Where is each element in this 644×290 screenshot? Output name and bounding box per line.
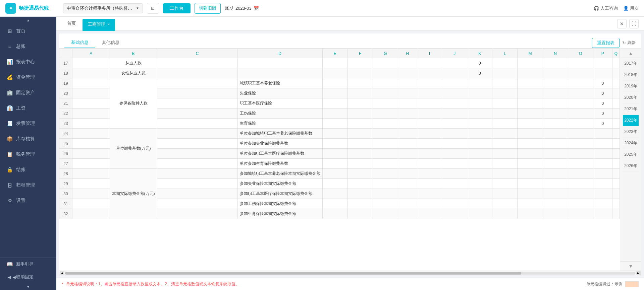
- cell-e[interactable]: [322, 78, 347, 88]
- cell-e[interactable]: [322, 108, 347, 119]
- cell-l[interactable]: [492, 129, 518, 139]
- cell-o[interactable]: [568, 149, 593, 159]
- cell-g[interactable]: [373, 139, 398, 149]
- cell-a[interactable]: [72, 189, 110, 199]
- cell-b[interactable]: 参保各险种人数: [110, 78, 157, 129]
- cell-p[interactable]: 0: [593, 119, 612, 129]
- cell-k[interactable]: [467, 179, 492, 189]
- tab-business[interactable]: 工商管理 ×: [83, 19, 115, 31]
- cell-e[interactable]: [322, 149, 347, 159]
- cell-g[interactable]: [373, 68, 398, 78]
- cell-m[interactable]: [518, 149, 543, 159]
- cell-m[interactable]: [518, 159, 543, 169]
- cell-n[interactable]: [543, 199, 568, 209]
- sidebar-item-unpin[interactable]: ◄◄ 取消固定: [0, 271, 56, 283]
- cell-a[interactable]: [72, 68, 110, 78]
- cell-f[interactable]: [347, 119, 373, 129]
- cell-g[interactable]: [373, 159, 398, 169]
- cell-i[interactable]: [417, 88, 442, 98]
- cell-g[interactable]: [373, 199, 398, 209]
- cell-a[interactable]: [72, 78, 110, 88]
- cell-o[interactable]: [568, 179, 593, 189]
- cell-f[interactable]: [347, 199, 373, 209]
- cell-d[interactable]: 单位参加失业保险缴费基数: [237, 139, 322, 149]
- sidebar-item-inventory[interactable]: 📦 库存核算: [0, 131, 56, 147]
- cell-d[interactable]: [237, 68, 322, 78]
- cell-e[interactable]: [322, 209, 347, 219]
- cell-e[interactable]: [322, 58, 347, 68]
- cell-m[interactable]: [518, 98, 543, 108]
- cell-f[interactable]: [347, 139, 373, 149]
- cell-a[interactable]: [72, 179, 110, 189]
- cell-k[interactable]: [467, 199, 492, 209]
- cell-m[interactable]: [518, 68, 543, 78]
- cell-c[interactable]: [157, 159, 237, 169]
- cell-k[interactable]: [467, 209, 492, 219]
- cell-i[interactable]: [417, 78, 442, 88]
- cell-f[interactable]: [347, 179, 373, 189]
- cell-m[interactable]: [518, 139, 543, 149]
- cell-m[interactable]: [518, 169, 543, 179]
- cell-p[interactable]: [593, 58, 612, 68]
- cell-m[interactable]: [518, 78, 543, 88]
- cell-o[interactable]: [568, 58, 593, 68]
- cell-e[interactable]: [322, 119, 347, 129]
- cell-f[interactable]: [347, 88, 373, 98]
- cell-p[interactable]: [593, 179, 612, 189]
- cell-m[interactable]: [518, 189, 543, 199]
- sidebar-item-tax[interactable]: 📋 税务管理: [0, 147, 56, 162]
- tab-close-button[interactable]: ✕: [617, 19, 627, 28]
- cell-a[interactable]: [72, 169, 110, 179]
- cell-i[interactable]: [417, 98, 442, 108]
- cell-q[interactable]: [612, 78, 620, 88]
- cell-c[interactable]: [157, 68, 237, 78]
- scroll-left-button[interactable]: ◄: [60, 271, 64, 276]
- cell-a[interactable]: [72, 199, 110, 209]
- cell-l[interactable]: [492, 98, 518, 108]
- cell-i[interactable]: [417, 139, 442, 149]
- cell-k[interactable]: [467, 169, 492, 179]
- cell-h[interactable]: [398, 209, 417, 219]
- cell-m[interactable]: [518, 179, 543, 189]
- cell-d[interactable]: 单位参加城镇职工基本养老保险缴费基数: [237, 129, 322, 139]
- cell-p[interactable]: [593, 159, 612, 169]
- cell-k[interactable]: 0: [467, 68, 492, 78]
- tab-home[interactable]: 首页: [62, 17, 81, 31]
- cell-j[interactable]: [442, 179, 467, 189]
- cell-i[interactable]: [417, 189, 442, 199]
- cell-f[interactable]: [347, 189, 373, 199]
- cell-b[interactable]: 本期实际缴费金额(万元): [110, 169, 157, 219]
- cell-c[interactable]: [157, 189, 237, 199]
- cell-a[interactable]: [72, 119, 110, 129]
- cell-h[interactable]: [398, 58, 417, 68]
- cell-o[interactable]: [568, 108, 593, 119]
- cell-d[interactable]: 城镇职工基本养老保险: [237, 78, 322, 88]
- cell-h[interactable]: [398, 98, 417, 108]
- cell-q[interactable]: [612, 209, 620, 219]
- cell-c[interactable]: [157, 78, 237, 88]
- cell-j[interactable]: [442, 88, 467, 98]
- cell-h[interactable]: [398, 129, 417, 139]
- cell-k[interactable]: [467, 189, 492, 199]
- year-scroll-up-button[interactable]: ▲: [620, 49, 641, 58]
- cell-h[interactable]: [398, 108, 417, 119]
- cell-a[interactable]: [72, 139, 110, 149]
- sidebar-item-home[interactable]: ⊞ 首页: [0, 23, 56, 39]
- cell-i[interactable]: [417, 149, 442, 159]
- cell-l[interactable]: [492, 209, 518, 219]
- cell-l[interactable]: [492, 169, 518, 179]
- sidebar-item-archive[interactable]: 🗄 归档管理: [0, 177, 56, 193]
- cell-h[interactable]: [398, 78, 417, 88]
- cell-l[interactable]: [492, 58, 518, 68]
- cell-l[interactable]: [492, 189, 518, 199]
- cell-o[interactable]: [568, 139, 593, 149]
- horizontal-scrollbar[interactable]: ◄ ►: [59, 271, 641, 275]
- cell-h[interactable]: [398, 169, 417, 179]
- cell-o[interactable]: [568, 119, 593, 129]
- sidebar-item-salary[interactable]: 👔 工资: [0, 100, 56, 116]
- sidebar-item-settings[interactable]: ⚙ 设置: [0, 193, 56, 208]
- cell-f[interactable]: [347, 98, 373, 108]
- cell-g[interactable]: [373, 119, 398, 129]
- year-item[interactable]: 2024年: [623, 138, 639, 149]
- cell-p[interactable]: 0: [593, 78, 612, 88]
